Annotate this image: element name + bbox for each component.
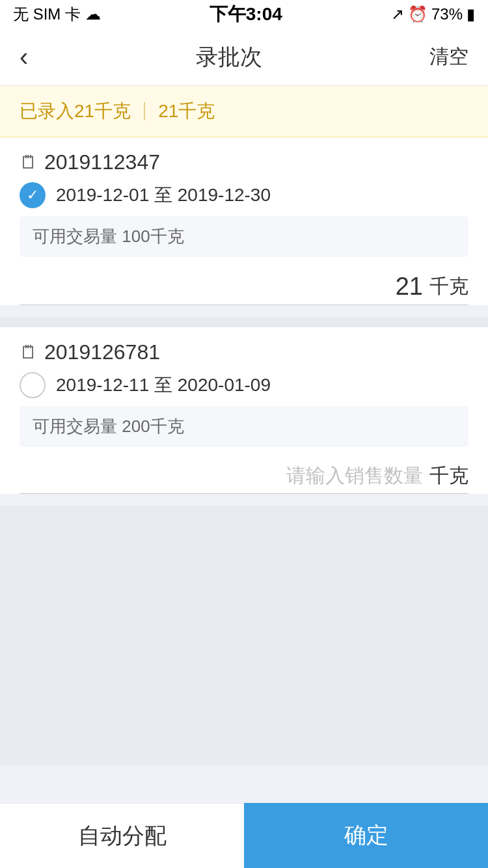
nav-bar: ‹ 录批次 清空 [0,29,488,86]
back-button[interactable]: ‹ [20,42,28,72]
status-time: 下午3:04 [210,2,282,27]
batch-1-amount-row: 千克 [0,267,488,301]
batch-1-divider [20,305,468,305]
battery-icon: ▮ [467,5,475,23]
location-icon: ↗ [391,5,404,23]
batch-1-id: 2019112347 [44,150,160,174]
batch-1-radio[interactable]: ✓ [20,182,46,208]
section-separator [0,317,488,327]
batch-2-radio[interactable] [20,372,46,398]
banner-divider [144,102,145,120]
empty-area [0,506,488,766]
batch-1-avail: 可用交易量 100千克 [20,216,468,257]
batch-2-placeholder: 请输入销售数量 [286,463,423,489]
batch-1-date: 2019-12-01 至 2019-12-30 [56,183,271,208]
recorded-amount-label: 已录入21千克 [20,99,131,124]
status-right: ↗ ⏰ 73% ▮ [391,5,475,23]
batch-2-placeholder-row: 请输入销售数量 千克 [0,457,488,489]
batch-2-avail: 可用交易量 200千克 [20,406,468,447]
clear-button[interactable]: 清空 [429,44,468,70]
batch-2-divider [20,493,468,494]
batch-2-header: 🗒 2019126781 [0,327,488,370]
batch-2-row[interactable]: 2019-12-11 至 2020-01-09 [0,370,488,406]
alarm-icon: ⏰ [408,5,427,23]
batch-1-amount-input[interactable] [345,273,423,301]
batch-2-id: 2019126781 [44,340,160,364]
bottom-bar: 自动分配 确定 [0,803,488,868]
sim-label: 无 SIM 卡 ☁ [13,4,101,25]
recorded-amount-value: 21千克 [158,99,215,124]
batch-2-icon: 🗒 [20,342,38,363]
batch-item-1: 🗒 2019112347 ✓ 2019-12-01 至 2019-12-30 可… [0,137,488,305]
batch-1-header: 🗒 2019112347 [0,137,488,180]
nav-title: 录批次 [196,42,262,72]
batch-2-date: 2019-12-11 至 2020-01-09 [56,373,271,398]
batch-2-unit: 千克 [429,463,468,489]
batch-item-2: 🗒 2019126781 2019-12-11 至 2020-01-09 可用交… [0,327,488,494]
battery-label: 73% [431,5,463,23]
auto-distribute-button[interactable]: 自动分配 [0,803,244,868]
confirm-button[interactable]: 确定 [244,803,488,868]
batch-1-unit: 千克 [429,273,468,300]
status-left: 无 SIM 卡 ☁ [13,4,101,25]
info-banner: 已录入21千克 21千克 [0,86,488,137]
batch-1-icon: 🗒 [20,152,38,173]
batch-1-row[interactable]: ✓ 2019-12-01 至 2019-12-30 [0,180,488,216]
status-bar: 无 SIM 卡 ☁ 下午3:04 ↗ ⏰ 73% ▮ [0,0,488,29]
